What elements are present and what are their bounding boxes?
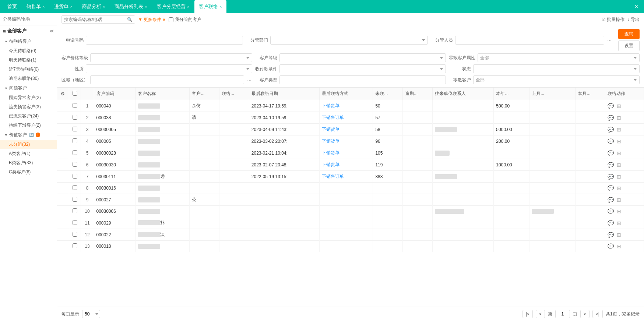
grid-action-icon[interactable]: ⊞ xyxy=(617,115,621,121)
td-last-method[interactable]: 下销货单 xyxy=(319,124,373,135)
grid-action-icon[interactable]: ⊞ xyxy=(617,232,621,238)
th-name[interactable]: 客户名称 xyxy=(136,88,190,100)
sidebar-item-overdue-pending[interactable]: 逾期未联络(30) xyxy=(0,74,57,83)
td-last-method[interactable] xyxy=(319,229,373,241)
row-checkbox[interactable] xyxy=(73,220,77,225)
td-last-method[interactable] xyxy=(319,217,373,229)
sidebar-item-today-pending[interactable]: 今天待联络(0) xyxy=(0,46,57,56)
td-last-method[interactable]: 下销货单 xyxy=(319,159,373,171)
th-uncontacted[interactable]: 未联... xyxy=(373,88,403,100)
row-checkbox[interactable] xyxy=(73,162,77,167)
grid-action-icon[interactable]: ⊞ xyxy=(617,220,621,226)
row-checkbox[interactable] xyxy=(73,208,77,213)
payment-select[interactable] xyxy=(279,64,446,73)
per-page-select[interactable]: 50 100 xyxy=(82,310,100,318)
grid-action-icon[interactable]: ⊞ xyxy=(617,127,621,133)
nav-purchase-close[interactable]: × xyxy=(70,4,72,9)
first-page-btn[interactable]: |< xyxy=(522,310,533,318)
chat-icon[interactable]: 💬 xyxy=(608,162,614,168)
nav-product-list-close[interactable]: × xyxy=(145,4,147,9)
td-last-method[interactable]: 下销货单 xyxy=(319,147,373,159)
sidebar-item-7day-pending[interactable]: 近7天待联络(0) xyxy=(0,65,57,74)
nav-home[interactable]: 首页 xyxy=(3,0,21,13)
chat-icon[interactable]: 💬 xyxy=(608,220,614,226)
grid-action-icon[interactable]: ⊞ xyxy=(617,243,621,249)
th-this-month[interactable]: 本月... xyxy=(576,88,605,100)
main-search-icon[interactable]: 🔍 xyxy=(127,17,133,22)
td-checkbox[interactable] xyxy=(69,159,81,171)
reset-button[interactable]: 设置 xyxy=(618,40,640,51)
grid-action-icon[interactable]: ⊞ xyxy=(617,162,621,168)
all-customers-header[interactable]: ⊞ 全部客户 ≪ xyxy=(0,25,57,36)
dept-select[interactable] xyxy=(270,36,427,45)
nav-product-analysis[interactable]: 商品分析 × xyxy=(78,0,109,13)
chat-icon[interactable]: 💬 xyxy=(608,115,614,121)
my-customers-toggle[interactable]: 我分管的客户 xyxy=(169,17,201,23)
price-level-select[interactable] xyxy=(90,53,252,62)
batch-ops-btn[interactable]: ☑ 批量操作 xyxy=(602,17,624,23)
row-checkbox[interactable] xyxy=(73,150,77,155)
td-last-method[interactable] xyxy=(319,183,373,194)
region-dots-icon[interactable]: ··· xyxy=(246,77,252,83)
th-company-contact[interactable]: 往来单位联系人 xyxy=(432,88,494,100)
main-search-input[interactable] xyxy=(64,17,126,22)
phone-input[interactable] xyxy=(86,36,243,45)
th-checkbox[interactable] xyxy=(69,88,81,100)
td-checkbox[interactable] xyxy=(69,171,81,183)
chat-icon[interactable]: 💬 xyxy=(608,243,614,249)
td-checkbox[interactable] xyxy=(69,135,81,147)
nav-customer-segment[interactable]: 客户分层经营 × xyxy=(152,0,194,13)
row-checkbox[interactable] xyxy=(73,197,77,202)
td-checkbox[interactable] xyxy=(69,229,81,241)
td-last-method[interactable] xyxy=(319,241,373,252)
grid-action-icon[interactable]: ⊞ xyxy=(617,174,621,180)
chat-icon[interactable]: 💬 xyxy=(608,138,614,144)
sidebar-item-tomorrow-pending[interactable]: 明天待联络(1) xyxy=(0,56,57,65)
query-button[interactable]: 查询 xyxy=(618,29,640,39)
staff-input[interactable] xyxy=(455,36,605,45)
nav-sales-close[interactable]: × xyxy=(42,4,45,9)
th-last-method[interactable]: 最后联络方式 xyxy=(319,88,373,100)
grid-action-icon[interactable]: ⊞ xyxy=(617,197,621,203)
value-customer-group[interactable]: ▼ 价值客户 🔄 i xyxy=(0,130,57,140)
chat-icon[interactable]: 💬 xyxy=(608,232,614,238)
gender-select[interactable] xyxy=(86,64,252,73)
row-checkbox[interactable] xyxy=(73,174,77,179)
select-all-checkbox[interactable] xyxy=(73,91,77,96)
sidebar-item-class-a[interactable]: A类客户(1) xyxy=(0,149,57,158)
th-last-month[interactable]: 上月... xyxy=(529,88,576,100)
problem-customer-group[interactable]: ▼ 问题客户 xyxy=(0,83,57,93)
td-checkbox[interactable] xyxy=(69,112,81,124)
th-settings[interactable]: ⚙ xyxy=(57,88,69,100)
next-page-btn[interactable]: > xyxy=(580,310,590,318)
td-checkbox[interactable] xyxy=(69,206,81,217)
last-method-link[interactable]: 下销售订单 xyxy=(322,174,344,179)
th-last-date[interactable]: 最后联络日期 xyxy=(249,88,319,100)
td-checkbox[interactable] xyxy=(69,183,81,194)
last-method-link[interactable]: 下销货单 xyxy=(322,103,339,108)
th-type[interactable]: 客户... xyxy=(190,88,219,100)
chat-icon[interactable]: 💬 xyxy=(608,197,614,203)
last-method-link[interactable]: 下销货单 xyxy=(322,150,339,155)
sidebar-item-churn-warning[interactable]: 流失预警客户(3) xyxy=(0,102,57,112)
td-last-method[interactable]: 下销货单 xyxy=(319,100,373,112)
last-method-link[interactable]: 下销货单 xyxy=(322,138,339,144)
nav-product-list[interactable]: 商品分析列表 × xyxy=(110,0,151,13)
window-close-button[interactable]: × xyxy=(632,3,641,10)
grid-action-icon[interactable]: ⊞ xyxy=(617,185,621,191)
more-conditions-btn[interactable]: ▼ 更多条件 ∧ xyxy=(138,17,166,23)
td-checkbox[interactable] xyxy=(69,241,81,252)
nav-customer-contact[interactable]: 客户联络 × xyxy=(194,0,226,13)
row-checkbox[interactable] xyxy=(73,185,77,190)
chat-icon[interactable]: 💬 xyxy=(608,103,614,109)
th-overdue[interactable]: 逾期... xyxy=(403,88,433,100)
last-method-link[interactable]: 下销售订单 xyxy=(322,115,344,120)
grid-action-icon[interactable]: ⊞ xyxy=(617,150,621,156)
row-checkbox[interactable] xyxy=(73,115,77,120)
collapse-arrow-icon[interactable]: ≪ xyxy=(49,29,54,33)
td-checkbox[interactable] xyxy=(69,100,81,112)
staff-dots-icon[interactable]: ··· xyxy=(606,37,612,43)
sidebar-item-unclassified[interactable]: 未分组(32) xyxy=(0,140,57,149)
td-checkbox[interactable] xyxy=(69,147,81,159)
customer-level-select[interactable] xyxy=(279,53,446,62)
